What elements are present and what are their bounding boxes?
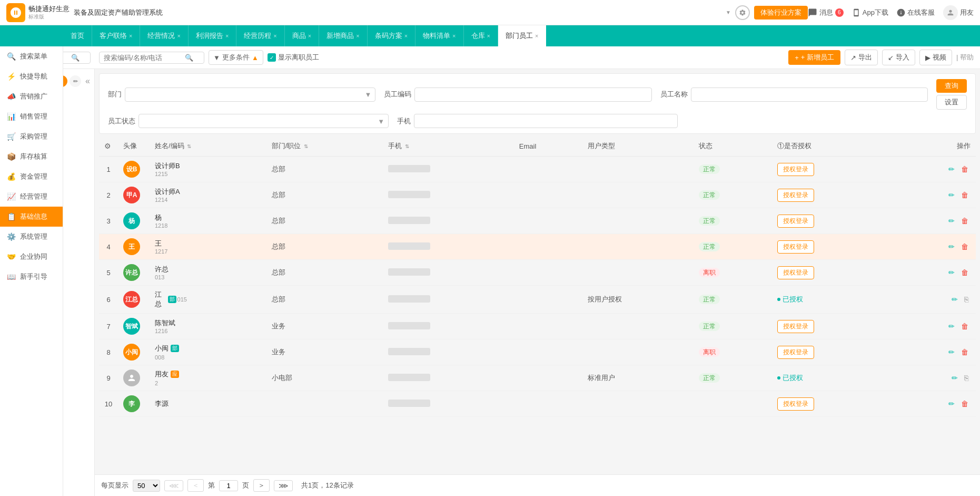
auth-button[interactable]: 授权登录 [777,397,814,411]
sidebar-item-finance[interactable]: 💰 资金管理 [0,167,63,187]
app-download-btn[interactable]: App下载 [852,8,888,17]
dept-search-icon[interactable]: 🔍 [71,54,80,62]
delete-button[interactable]: 🗑 [959,321,971,332]
edit-button[interactable]: ✏ [949,294,960,305]
close-icon[interactable]: × [177,33,180,39]
edit-button[interactable]: ✏ [946,267,957,278]
tab-add-goods[interactable]: 新增商品× [319,25,367,46]
tab-customer[interactable]: 客户联络× [92,25,140,46]
auth-button[interactable]: 授权登录 [777,346,814,359]
dropdown-btn[interactable]: ▼ [726,9,731,15]
close-icon[interactable]: × [129,33,132,39]
sidebar-item-inventory[interactable]: 📦 库存核算 [0,147,63,167]
delete-button[interactable]: 🗑 [959,216,971,226]
close-icon[interactable]: × [404,33,408,39]
checkbox-show-resigned[interactable]: ✓ [268,53,276,62]
collapse-tree-btn[interactable]: « [85,76,90,86]
auth-button[interactable]: 授权登录 [777,189,814,202]
auth-button[interactable]: 授权登录 [777,240,814,254]
dept-select[interactable] [125,87,375,102]
sidebar-item-purchase[interactable]: 🛒 采购管理 [0,127,63,147]
name-input[interactable] [691,87,928,102]
page-number-input[interactable] [219,480,238,491]
prev-page-btn[interactable]: ＜ [187,479,204,492]
tab-warehouse[interactable]: 仓库× [464,25,498,46]
delete-button[interactable]: 🗑 [959,398,971,409]
copy-button[interactable]: ⎘ [962,373,971,383]
sidebar-item-system[interactable]: ⚙️ 系统管理 [0,227,63,247]
delete-button[interactable]: 🗑 [959,164,971,174]
tab-barcode[interactable]: 条码方案× [368,25,415,46]
auth-button[interactable]: 授权登录 [777,163,814,176]
tab-bom[interactable]: 物料清单× [415,25,463,46]
th-dept[interactable]: 部门/职位 ⇅ [266,136,383,157]
edit-button[interactable]: ✏ [946,347,957,357]
employee-search-input[interactable] [104,54,183,62]
page-size-select[interactable]: 50 100 [133,480,160,492]
export-button[interactable]: ↗ 导出 [845,50,878,65]
online-service-btn[interactable]: 在线客服 [897,8,935,17]
edit-button[interactable]: ✏ [946,398,957,409]
auth-button[interactable]: 授权登录 [777,266,814,279]
view-button[interactable]: ▶ 视频 [919,50,952,65]
close-icon[interactable]: × [356,33,359,39]
auth-button[interactable]: 授权登录 [777,215,814,228]
edit-button[interactable]: ✏ [946,241,957,252]
reset-button[interactable]: 设置 [936,95,967,110]
delete-button[interactable]: 🗑 [959,347,971,357]
sidebar-item-guide[interactable]: 📖 新手引导 [0,267,63,287]
delete-button[interactable]: 🗑 [959,190,971,200]
close-icon[interactable]: × [273,33,276,39]
first-page-btn[interactable]: ⋘ [164,480,183,491]
tab-profit[interactable]: 利润报告× [189,25,236,46]
sidebar-item-collab[interactable]: 🤝 企业协同 [0,247,63,267]
delete-button[interactable]: 🗑 [959,241,971,252]
message-btn[interactable]: 消息 6 [808,8,844,17]
edit-button[interactable]: ✏ [949,373,960,383]
last-page-btn[interactable]: ⋙ [274,480,293,491]
add-employee-button[interactable]: + + 新增员工 [788,50,840,65]
gear-button[interactable] [735,5,750,20]
close-icon[interactable]: × [535,33,538,39]
tab-goods[interactable]: 商品× [285,25,319,46]
close-icon[interactable]: × [225,33,229,39]
trial-button[interactable]: 体验行业方案 [754,6,808,20]
user-area[interactable]: 用友 [943,5,974,20]
employee-search-icon[interactable]: 🔍 [185,54,193,62]
more-filter-btn[interactable]: ▼ 更多条件 ▲ [209,50,263,65]
sidebar-item-sales[interactable]: 📊 销售管理 [0,106,63,127]
close-icon[interactable]: × [308,33,311,39]
th-phone[interactable]: 手机 ⇅ [383,136,513,157]
edit-button[interactable]: ✏ [946,321,957,332]
th-settings[interactable]: ⚙ [99,136,118,157]
edit-dept-btn[interactable]: ✏ [70,75,81,87]
sidebar-item-search[interactable]: 🔍 搜索菜单 [0,46,63,66]
tab-operation[interactable]: 经营情况× [140,25,188,46]
sidebar-item-basic[interactable]: 📋 基础信息 [0,207,63,227]
sidebar-item-marketing[interactable]: 📣 营销推广 [0,86,63,106]
query-button[interactable]: 查询 [936,79,967,93]
tab-dept-staff[interactable]: 部门员工× [498,25,546,46]
edit-button[interactable]: ✏ [946,190,957,200]
close-icon[interactable]: × [452,33,456,39]
phone-input[interactable] [414,114,678,128]
status-select[interactable] [138,114,389,128]
show-resigned-wrap[interactable]: ✓ 显示离职员工 [268,53,319,62]
import-button[interactable]: ↙ 导入 [882,50,915,65]
sidebar-item-quicknav[interactable]: ⚡ 快捷导航 [0,66,63,86]
next-page-btn[interactable]: ＞ [253,479,270,492]
th-email: Email [514,136,582,157]
th-name[interactable]: 姓名/编码 ⇅ [150,136,266,157]
delete-button[interactable]: 🗑 [959,267,971,278]
edit-button[interactable]: ✏ [946,216,957,226]
edit-button[interactable]: ✏ [946,164,957,174]
code-input[interactable] [414,87,651,102]
sidebar-item-business[interactable]: 📈 经营管理 [0,187,63,207]
body-layout: 🔍 搜索菜单 ⚡ 快捷导航 📣 营销推广 📊 销售管理 🛒 采购管理 📦 库存核… [0,46,980,496]
copy-button[interactable]: ⎘ [962,294,971,305]
help-btn[interactable]: | 帮助 [956,53,974,62]
close-icon[interactable]: × [487,33,490,39]
tab-home[interactable]: 首页 [63,25,92,46]
tab-history[interactable]: 经营历程× [236,25,284,46]
auth-button[interactable]: 授权登录 [777,320,814,333]
